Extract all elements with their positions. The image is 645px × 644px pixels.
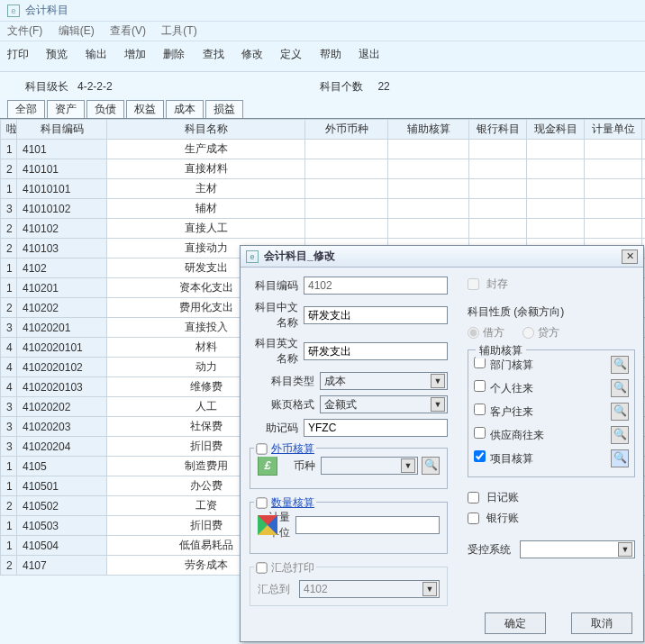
row-num: 1 — [1, 278, 17, 298]
type-combo[interactable]: 成本▼ — [320, 372, 448, 390]
mn-input[interactable] — [304, 419, 448, 437]
row-num: 2 — [1, 219, 17, 239]
sumprint-check[interactable] — [256, 562, 267, 573]
sumto-combo[interactable]: 4102▼ — [299, 580, 440, 598]
tab-liab[interactable]: 负债 — [86, 100, 124, 118]
cust-search-button[interactable]: 🔍 — [611, 403, 629, 421]
proj-search-button[interactable]: 🔍 — [611, 449, 629, 467]
cell-name: 主材 — [107, 179, 305, 199]
dialog-title-bar[interactable]: e 会计科目_修改 ✕ — [241, 246, 643, 268]
tb-define[interactable]: 定义 — [280, 48, 302, 60]
journal-check[interactable] — [468, 492, 479, 503]
cell-code: 41020202 — [17, 397, 107, 417]
cell-unit — [585, 199, 642, 219]
tb-delete[interactable]: 删除 — [163, 48, 185, 60]
col-cash[interactable]: 现金科目 — [527, 120, 585, 140]
fc-search-button[interactable]: 🔍 — [422, 457, 440, 475]
dialog-icon: e — [246, 250, 259, 263]
menu-tool[interactable]: 工具(T) — [161, 24, 196, 37]
ind-search-button[interactable]: 🔍 — [611, 379, 629, 397]
ok-button[interactable]: 确定 — [485, 612, 546, 634]
tab-cost[interactable]: 成本 — [166, 100, 204, 118]
table-row[interactable]: 2410101直接材料 — [1, 159, 646, 179]
tb-help[interactable]: 帮助 — [320, 48, 341, 60]
cell-code: 41010101 — [17, 179, 107, 199]
table-row[interactable]: 341010102辅材 — [1, 199, 646, 219]
row-num: 1 — [1, 259, 17, 278]
row-num: 2 — [1, 556, 17, 576]
row-num: 3 — [1, 397, 17, 417]
ctrlsys-combo[interactable]: ▼ — [520, 540, 635, 558]
chevron-down-icon: ▼ — [618, 542, 632, 557]
debit-radio — [468, 327, 479, 339]
cell-name: 直接人工 — [107, 219, 305, 239]
fmt-combo[interactable]: 金额式▼ — [320, 395, 448, 413]
menu-file[interactable]: 文件(F) — [7, 24, 42, 37]
sealed-label: 封存 — [486, 277, 508, 292]
cell-currency — [305, 199, 388, 219]
credit-radio — [522, 327, 534, 339]
col-aux[interactable]: 辅助核算 — [388, 120, 469, 140]
col-currency[interactable]: 外币币种 — [305, 120, 388, 140]
qty-group: 数量核算 计量单位 — [250, 502, 448, 554]
cell-code: 410202 — [17, 298, 107, 318]
cust-check[interactable] — [474, 404, 486, 415]
cell-currency — [305, 219, 388, 239]
proj-check[interactable] — [474, 450, 486, 462]
qty-check[interactable] — [256, 497, 267, 508]
tb-print[interactable]: 打印 — [7, 48, 29, 60]
menu-edit[interactable]: 编辑(E) — [59, 24, 95, 37]
col-rowno[interactable]: 啦 — [1, 120, 17, 140]
col-bal[interactable]: 余额 — [642, 120, 646, 140]
tb-exit[interactable]: 退出 — [359, 48, 380, 60]
supp-check[interactable] — [474, 427, 486, 439]
cell-code: 410503 — [17, 516, 107, 536]
col-name[interactable]: 科目名称 — [107, 120, 305, 140]
col-unit[interactable]: 计量单位 — [585, 120, 642, 140]
table-row[interactable]: 141010101主材 — [1, 179, 646, 199]
cn-label: 科目中文名称 — [250, 300, 298, 331]
en-input[interactable] — [304, 342, 448, 360]
code-input[interactable] — [304, 277, 448, 295]
tab-pl[interactable]: 损益 — [205, 100, 243, 118]
supp-search-button[interactable]: 🔍 — [611, 426, 629, 444]
sealed-check — [468, 278, 479, 290]
table-row[interactable]: 14101生产成本 — [1, 140, 646, 159]
tab-equity[interactable]: 权益 — [126, 100, 164, 118]
app-icon: e — [7, 5, 20, 17]
tab-all[interactable]: 全部 — [7, 100, 45, 118]
tab-asset[interactable]: 资产 — [47, 100, 85, 118]
menu-view[interactable]: 查看(V) — [110, 24, 146, 37]
close-button[interactable]: ✕ — [622, 249, 638, 264]
qty-unit-input[interactable] — [295, 516, 440, 534]
fc-cur-combo[interactable]: ▼ — [321, 457, 418, 475]
chevron-down-icon: ▼ — [422, 582, 437, 596]
cell-code: 410502 — [17, 496, 107, 516]
cn-input[interactable] — [304, 306, 448, 324]
tb-export[interactable]: 输出 — [86, 48, 107, 60]
col-bank[interactable]: 银行科目 — [469, 120, 527, 140]
tb-modify[interactable]: 修改 — [241, 48, 263, 60]
cancel-button[interactable]: 取消 — [571, 612, 632, 634]
info-row: 科目级长 4-2-2-2 科目个数 22 — [0, 72, 645, 100]
ind-check[interactable] — [474, 380, 486, 392]
fc-check[interactable] — [256, 443, 267, 454]
cell-bal — [642, 179, 646, 199]
cell-cash — [527, 199, 585, 219]
cell-currency — [305, 159, 388, 179]
credit-label: 贷方 — [538, 325, 559, 340]
col-code[interactable]: 科目编码 — [17, 120, 107, 140]
cell-cash — [527, 219, 585, 239]
fc-cur-label: 币种 — [277, 458, 315, 474]
table-row[interactable]: 2410102直接人工 — [1, 219, 646, 239]
fc-title[interactable]: 外币核算 — [271, 441, 314, 457]
tb-find[interactable]: 查找 — [203, 48, 224, 60]
cell-aux — [388, 199, 469, 219]
bankacc-check[interactable] — [468, 512, 479, 524]
tb-add[interactable]: 增加 — [124, 48, 146, 60]
table-header: 啦 科目编码 科目名称 外币币种 辅助核算 银行科目 现金科目 计量单位 余额 — [1, 120, 646, 140]
tb-preview[interactable]: 预览 — [46, 48, 68, 60]
dept-search-button[interactable]: 🔍 — [611, 356, 629, 374]
cell-name: 直接材料 — [107, 159, 305, 179]
qty-title[interactable]: 数量核算 — [271, 495, 314, 511]
